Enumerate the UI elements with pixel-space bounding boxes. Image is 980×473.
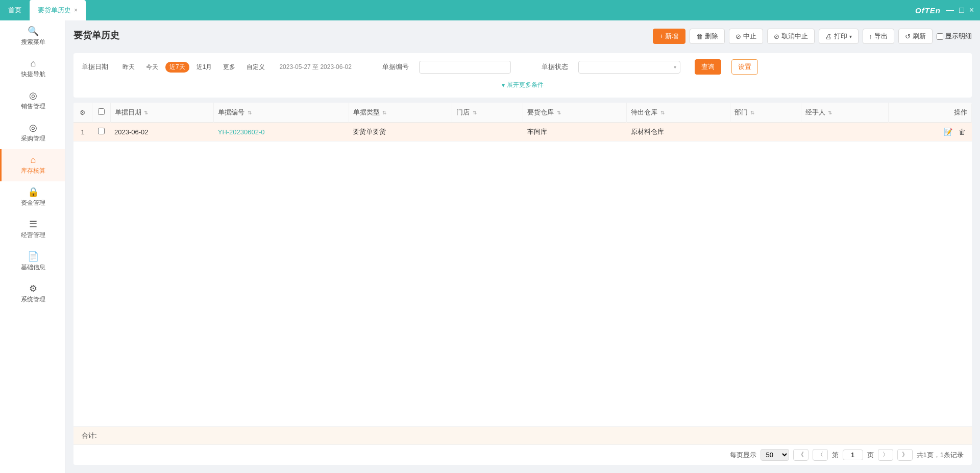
first-page-button[interactable]: 《	[793, 449, 808, 461]
col-dept-label: 部门	[734, 108, 748, 116]
cancel-stop-button[interactable]: ⊘ 取消中止	[767, 29, 815, 44]
sort-type-icon[interactable]: ⇅	[382, 110, 386, 115]
date-opt-more[interactable]: 更多	[219, 62, 239, 73]
row-number-link[interactable]: YH-20230602-0	[218, 128, 265, 136]
filter-row-1: 单据日期 昨天 今天 近7天 近1月 更多 自定义 2023-05-27 至 2…	[82, 59, 964, 75]
sort-store-icon[interactable]: ⇅	[473, 110, 477, 115]
sidebar-item-search[interactable]: 🔍 搜索菜单	[0, 20, 65, 53]
status-dropdown-icon: ▾	[674, 64, 676, 70]
sidebar-item-purchase-label: 采购管理	[21, 134, 45, 143]
per-page-label: 每页显示	[730, 451, 756, 460]
print-button[interactable]: 🖨 打印 ▾	[819, 29, 859, 44]
sort-req-wh-icon[interactable]: ⇅	[557, 110, 561, 115]
row-no: 1	[74, 123, 92, 141]
setting-label: 设置	[738, 62, 751, 72]
sidebar-item-system[interactable]: ⚙ 系统管理	[0, 278, 65, 310]
home-icon: ⌂	[31, 59, 36, 68]
display-detail-toggle[interactable]: 显示明细	[937, 32, 972, 41]
th-action: 操作	[888, 103, 972, 123]
settings-icon[interactable]: ⚙	[80, 109, 86, 116]
sidebar-item-purchase[interactable]: ◎ 采购管理	[0, 117, 65, 149]
display-detail-checkbox[interactable]	[937, 33, 943, 40]
delete-button[interactable]: 🗑 删除	[690, 29, 725, 44]
th-settings: ⚙	[74, 103, 92, 123]
date-opt-yesterday[interactable]: 昨天	[118, 62, 139, 73]
date-opt-today[interactable]: 今天	[142, 62, 162, 73]
table-wrap: ⚙ 单据日期 ⇅ 单据编号 ⇅	[74, 103, 972, 427]
window-close-icon[interactable]: ×	[969, 6, 974, 15]
expand-more[interactable]: ▾ 展开更多条件	[82, 79, 964, 91]
sort-date-icon[interactable]: ⇅	[144, 110, 148, 115]
delete-icon: 🗑	[696, 33, 703, 40]
basic-info-icon: 📄	[28, 252, 39, 261]
top-bar-right: OfTEn — □ ×	[915, 6, 980, 15]
new-button[interactable]: + 新增	[653, 29, 685, 44]
pagination: 每页显示 10 20 50 100 《 〈 第 页 〉 》 共1页，1条记录	[74, 444, 972, 465]
export-label: 导出	[874, 32, 888, 41]
col-store-label: 门店	[456, 108, 470, 116]
sidebar-item-inventory[interactable]: ⌂ 库存核算	[0, 149, 65, 181]
per-page-select[interactable]: 10 20 50 100	[761, 449, 789, 461]
sidebar-item-quick-nav-label: 快捷导航	[21, 70, 45, 79]
status-input[interactable]	[578, 61, 680, 74]
select-all-checkbox[interactable]	[98, 108, 105, 115]
tab-history-label: 要货单历史	[38, 6, 71, 15]
query-button[interactable]: 查询	[695, 59, 721, 75]
row-select-checkbox[interactable]	[98, 128, 105, 134]
col-date-label: 单据日期	[115, 108, 141, 116]
col-type-label: 单据类型	[353, 108, 380, 116]
print-icon: 🖨	[825, 33, 832, 40]
last-page-button[interactable]: 》	[897, 449, 913, 461]
window-minimize-icon[interactable]: —	[946, 6, 954, 15]
setting-button[interactable]: 设置	[731, 59, 758, 75]
expand-label: 展开更多条件	[507, 81, 544, 89]
sort-handler-icon[interactable]: ⇅	[828, 110, 832, 115]
sort-number-icon[interactable]: ⇅	[248, 110, 252, 115]
tab-home[interactable]: 首页	[0, 0, 30, 20]
row-req-warehouse: 车间库	[523, 123, 627, 141]
sidebar-item-finance-label: 资金管理	[21, 199, 45, 207]
cancel-stop-label: 取消中止	[781, 32, 808, 41]
date-opt-custom[interactable]: 自定义	[242, 62, 269, 73]
inventory-icon: ⌂	[31, 155, 36, 164]
sidebar-item-sales[interactable]: ◎ 销售管理	[0, 85, 65, 117]
expand-down-icon: ▾	[502, 82, 505, 89]
th-number: 单据编号 ⇅	[214, 103, 349, 123]
sidebar-item-finance[interactable]: 🔒 资金管理	[0, 181, 65, 214]
sidebar-item-operations-label: 经营管理	[21, 231, 45, 240]
date-range-display: 2023-05-27 至 2023-06-02	[279, 63, 351, 72]
stop-button[interactable]: ⊘ 中止	[729, 29, 763, 44]
sidebar-item-quick-nav[interactable]: ⌂ 快捷导航	[0, 53, 65, 85]
date-options: 昨天 今天 近7天 近1月 更多 自定义	[118, 62, 269, 73]
sidebar-item-inventory-label: 库存核算	[21, 167, 45, 175]
print-dropdown-icon: ▾	[849, 34, 852, 39]
row-delete-button[interactable]: 🗑	[957, 127, 968, 137]
sidebar-item-basic-info-label: 基础信息	[21, 263, 45, 272]
col-action-label: 操作	[954, 108, 967, 116]
col-req-wh-label: 要货仓库	[527, 108, 554, 116]
sidebar-item-system-label: 系统管理	[21, 295, 45, 304]
export-button[interactable]: ↑ 导出	[863, 29, 895, 44]
refresh-button[interactable]: ↺ 刷新	[898, 29, 933, 44]
next-page-button[interactable]: 〉	[878, 449, 893, 461]
page-number-input[interactable]	[843, 450, 863, 460]
display-detail-label: 显示明细	[945, 32, 972, 41]
sidebar-item-basic-info[interactable]: 📄 基础信息	[0, 246, 65, 278]
toolbar: + 新增 🗑 删除 ⊘ 中止 ⊘ 取消中止 🖨 打印 ▾	[653, 29, 972, 44]
tab-purchase-history[interactable]: 要货单历史 ×	[30, 0, 86, 20]
prev-page-button[interactable]: 〈	[813, 449, 828, 461]
tab-home-label: 首页	[8, 6, 21, 15]
row-edit-button[interactable]: 📝	[942, 127, 954, 137]
page-title: 要货单历史	[74, 29, 119, 41]
doc-no-input[interactable]	[419, 61, 511, 74]
window-maximize-icon[interactable]: □	[959, 6, 964, 15]
sort-pend-wh-icon[interactable]: ⇅	[660, 110, 665, 115]
date-opt-7days[interactable]: 近7天	[165, 62, 189, 73]
col-number-label: 单据编号	[218, 108, 244, 116]
sort-dept-icon[interactable]: ⇅	[750, 110, 754, 115]
tab-close-icon[interactable]: ×	[74, 7, 78, 14]
sidebar-item-operations[interactable]: ☰ 经营管理	[0, 214, 65, 246]
date-opt-1month[interactable]: 近1月	[192, 62, 216, 73]
footer-total-label: 合计:	[82, 431, 97, 440]
sidebar: 🔍 搜索菜单 ⌂ 快捷导航 ◎ 销售管理 ◎ 采购管理 ⌂ 库存核算 🔒 资金管…	[0, 20, 65, 473]
